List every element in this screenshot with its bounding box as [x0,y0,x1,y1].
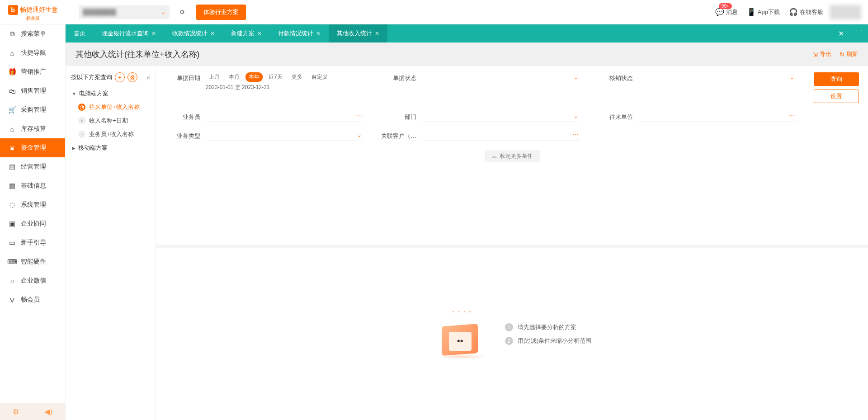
nav-label: 企业微信 [21,277,46,285]
more-icon[interactable]: ⋯ [572,131,579,138]
tab-收款情况统计[interactable]: 收款情况统计✕ [164,24,223,42]
date-pill-上月[interactable]: 上月 [206,72,223,82]
business-type-select[interactable] [206,130,363,141]
tab-首页[interactable]: 首页 [66,24,94,42]
nav-label: 营销推广 [21,68,46,76]
nav-label: 快捷导航 [21,49,46,57]
close-icon[interactable]: ✕ [151,30,156,37]
date-pill-自定义[interactable]: 自定义 [308,72,331,82]
refresh-button[interactable]: ↻ 刷新 [840,50,858,58]
sidebar-item-资金管理[interactable]: ¥资金管理 [0,138,65,157]
party-input[interactable] [638,111,796,122]
page-title-row: 其他收入统计(往来单位+收入名称) ⇲ 导出 ↻ 刷新 [66,42,868,66]
verify-status-select[interactable] [638,72,796,83]
salesman-input[interactable] [206,111,363,122]
sidebar-footer: ⚙ ◀) [0,403,65,420]
header-settings-button[interactable]: ⚙ [175,5,189,19]
bill-status-label: 单据状态 [381,72,416,82]
company-dropdown[interactable]: ████████ ⌄ [79,5,170,19]
tab-现金银行流水查询[interactable]: 现金银行流水查询✕ [94,24,164,42]
scheme-item-icon: ◔ [78,104,85,111]
refresh-label: 刷新 [846,50,858,58]
filter-related-customer: 关联客户（收... ⋯ [381,130,579,141]
add-scheme-button[interactable]: + [115,72,125,82]
filter-bill-status: 单据状态 ⌄ [381,72,579,83]
scheme-settings-button[interactable]: ⚙ [127,72,137,82]
date-pill-近7天[interactable]: 近7天 [265,72,286,82]
scheme-item-icon: ▫ [78,131,85,138]
scheme-item-往来单位+收入名称[interactable]: ◔往来单位+收入名称 [75,100,153,114]
chevron-down-icon[interactable]: ⌄ [357,131,362,138]
scheme-item-label: 往来单位+收入名称 [89,103,140,111]
nav-label: 资金管理 [21,144,46,152]
sidebar-item-搜索菜单[interactable]: ⧉搜索菜单 [0,24,65,43]
experience-button[interactable]: 体验行业方案 [196,5,246,20]
tab-新建方案[interactable]: 新建方案✕ [223,24,270,42]
sidebar-item-智能硬件[interactable]: ⌨智能硬件 [0,252,65,271]
scheme-item-label: 收入名称+日期 [89,117,128,125]
double-chevron-up-icon: ︽ [492,152,497,160]
close-icon[interactable]: ✕ [257,30,262,37]
date-pill-更多[interactable]: 更多 [288,72,306,82]
more-icon[interactable]: ⋯ [788,112,795,119]
left-sidebar: ⧉搜索菜单⌂快捷导航🎁营销推广🛍销售管理🛒采购管理⌂库存核算¥资金管理▤经营管理… [0,24,66,420]
close-all-tabs-button[interactable]: ✕ [832,29,850,38]
tab-label: 付款情况统计 [278,29,313,38]
chevron-down-icon[interactable]: ⌄ [573,112,579,119]
more-icon[interactable]: ⋯ [356,112,362,119]
chevron-down-icon[interactable]: ⌄ [573,73,579,80]
settings-button[interactable]: 设置 [814,90,859,103]
step-1-text: 请先选择要分析的方案 [518,323,576,331]
scheme-item-收入名称+日期[interactable]: ▫收入名称+日期 [75,114,153,127]
refresh-icon: ↻ [840,51,844,58]
nav-label: 经营管理 [21,163,46,171]
sidebar-item-系统管理[interactable]: ◌系统管理 [0,195,65,214]
empty-illustration: • • • • •• [433,309,491,359]
scheme-panel: 按以下方案查询 + ⚙ « ▼电脑端方案◔往来单位+收入名称▫收入名称+日期▫业… [66,66,156,420]
logo-edition: 标准版 [26,15,40,22]
close-icon[interactable]: ✕ [210,30,215,37]
nav-label: 采购管理 [21,106,46,114]
close-icon: ✕ [838,29,844,38]
sidebar-item-采购管理[interactable]: 🛒采购管理 [0,100,65,119]
app-download-button[interactable]: 📱 App下载 [744,6,783,18]
query-button[interactable]: 查询 [814,72,859,86]
sidebar-item-销售管理[interactable]: 🛍销售管理 [0,81,65,100]
sidebar-item-库存核算[interactable]: ⌂库存核算 [0,119,65,138]
tab-付款情况统计[interactable]: 付款情况统计✕ [270,24,329,42]
user-avatar[interactable] [830,5,861,19]
collapse-conditions-button[interactable]: ︽ 收起更多条件 [485,150,540,162]
nav-icon: 🛒 [8,106,16,114]
tab-其他收入统计[interactable]: 其他收入统计✕ [329,24,387,42]
close-icon[interactable]: ✕ [316,30,321,37]
export-button[interactable]: ⇲ 导出 [813,50,831,58]
messages-button[interactable]: 💬 消息 99+ [712,6,741,18]
nav-icon: ▣ [8,220,16,228]
footer-settings-icon[interactable]: ⚙ [13,407,19,416]
fullscreen-button[interactable]: ⛶ [850,29,868,38]
caret-icon: ▶ [72,146,75,151]
date-pill-本月[interactable]: 本月 [226,72,243,82]
scheme-item-业务员+收入名称[interactable]: ▫业务员+收入名称 [75,127,153,141]
chevron-down-icon[interactable]: ⌄ [789,73,795,80]
online-service-button[interactable]: 🎧 在线客服 [786,6,826,18]
sidebar-item-经营管理[interactable]: ▤经营管理 [0,157,65,176]
sidebar-item-畅会员[interactable]: V畅会员 [0,290,65,309]
close-icon[interactable]: ✕ [375,30,379,37]
scheme-collapse-button[interactable]: « [146,74,150,81]
sidebar-item-企业微信[interactable]: ○企业微信 [0,271,65,290]
filter-business-type: 业务类型 ⌄ [165,130,363,141]
related-customer-input[interactable] [422,130,579,141]
footer-collapse-icon[interactable]: ◀) [44,407,52,416]
sidebar-item-营销推广[interactable]: 🎁营销推广 [0,62,65,81]
sidebar-item-快捷导航[interactable]: ⌂快捷导航 [0,43,65,62]
date-pill-本年[interactable]: 本年 [245,72,263,82]
scheme-group-移动端方案[interactable]: ▶移动端方案 [68,141,153,155]
sidebar-item-基础信息[interactable]: ▦基础信息 [0,176,65,195]
sidebar-item-企业协同[interactable]: ▣企业协同 [0,214,65,233]
sidebar-item-新手引导[interactable]: ▭新手引导 [0,233,65,252]
department-select[interactable] [422,111,579,122]
filter-department: 部门 ⌄ [381,111,579,122]
bill-status-select[interactable] [422,72,579,83]
scheme-group-电脑端方案[interactable]: ▼电脑端方案 [68,87,153,100]
